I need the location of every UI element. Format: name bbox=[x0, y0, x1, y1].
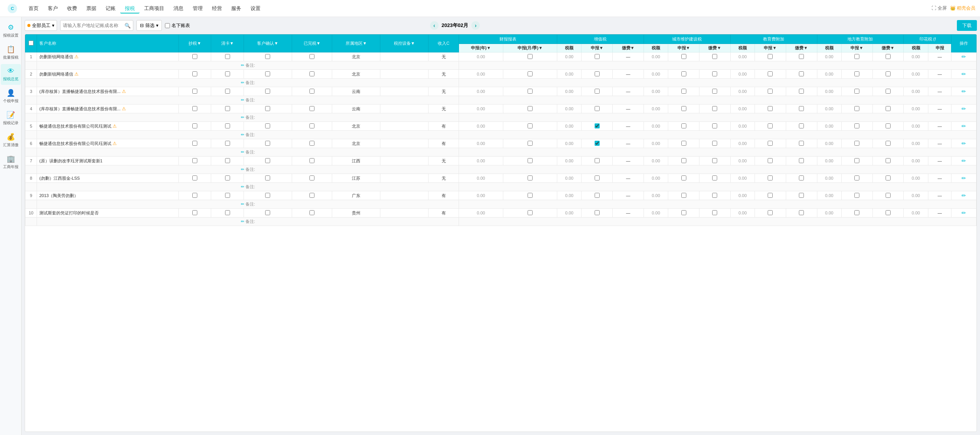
qingka-cb[interactable] bbox=[225, 123, 230, 128]
jy-jiaofei-cb[interactable] bbox=[799, 123, 804, 128]
jy-shenbao-cb[interactable] bbox=[768, 71, 773, 76]
edit-icon[interactable]: ✏ bbox=[962, 106, 966, 112]
df-shenbao-cb[interactable] bbox=[854, 193, 859, 198]
caibao-year-cb[interactable] bbox=[528, 54, 533, 59]
yiwanshui-cb[interactable] bbox=[309, 193, 314, 198]
df-shenbao-cb[interactable] bbox=[854, 54, 859, 59]
zzs-shenbao-cb[interactable] bbox=[595, 123, 600, 128]
sidebar-item-huisuan-qingjiao[interactable]: 💰 汇算清缴 bbox=[1, 130, 21, 151]
yiwanshui-cb[interactable] bbox=[309, 123, 314, 128]
df-jiaofei-cb[interactable] bbox=[886, 54, 891, 59]
zzs-shenbao-cb[interactable] bbox=[595, 54, 600, 59]
jy-jiaofei-cb[interactable] bbox=[799, 210, 804, 215]
df-shenbao-cb[interactable] bbox=[854, 210, 859, 215]
select-all-checkbox[interactable] bbox=[29, 40, 34, 46]
yiwanshui-cb[interactable] bbox=[309, 210, 314, 215]
zzs-shenbao-cb[interactable] bbox=[595, 71, 600, 76]
topnav-item-服务[interactable]: 服务 bbox=[227, 4, 246, 13]
df-jiaofei-cb[interactable] bbox=[886, 210, 891, 215]
chaoshui-cb[interactable] bbox=[192, 175, 197, 180]
caibao-year-cb[interactable] bbox=[528, 158, 533, 163]
cs-jiaofei-cb[interactable] bbox=[712, 89, 717, 94]
df-jiaofei-cb[interactable] bbox=[886, 71, 891, 76]
topnav-item-消息[interactable]: 消息 bbox=[169, 4, 188, 13]
jy-jiaofei-cb[interactable] bbox=[799, 175, 804, 180]
df-jiaofei-cb[interactable] bbox=[886, 106, 891, 111]
qingka-cb[interactable] bbox=[225, 193, 230, 198]
caibao-year-cb[interactable] bbox=[528, 210, 533, 215]
jy-shenbao-cb[interactable] bbox=[768, 141, 773, 146]
jy-shenbao-cb[interactable] bbox=[768, 193, 773, 198]
yiwanshui-cb[interactable] bbox=[309, 54, 314, 59]
cs-shenbao-cb[interactable] bbox=[681, 71, 686, 76]
yiwanshui-cb[interactable] bbox=[309, 106, 314, 111]
caibao-year-cb[interactable] bbox=[528, 123, 533, 128]
jy-jiaofei-cb[interactable] bbox=[799, 106, 804, 111]
df-shenbao-cb[interactable] bbox=[854, 106, 859, 111]
employee-filter[interactable]: 全部员工 ▾ bbox=[25, 20, 57, 31]
yiwanshui-cb[interactable] bbox=[309, 71, 314, 76]
df-jiaofei-cb[interactable] bbox=[886, 89, 891, 94]
edit-icon[interactable]: ✏ bbox=[962, 140, 966, 147]
topnav-item-管理[interactable]: 管理 bbox=[188, 4, 207, 13]
chaoshui-cb[interactable] bbox=[192, 141, 197, 146]
df-shenbao-cb[interactable] bbox=[854, 89, 859, 94]
sidebar-item-piliang-baoshui[interactable]: 📋 批量报税 bbox=[1, 42, 21, 63]
filter-button[interactable]: ⊟ 筛选 ▾ bbox=[136, 20, 162, 31]
download-button[interactable]: 下载 bbox=[957, 20, 977, 31]
chaoshui-cb[interactable] bbox=[192, 89, 197, 94]
chaoshui-cb[interactable] bbox=[192, 106, 197, 111]
chaoshui-cb[interactable] bbox=[192, 71, 197, 76]
cs-shenbao-cb[interactable] bbox=[681, 210, 686, 215]
jy-jiaofei-cb[interactable] bbox=[799, 193, 804, 198]
caibao-year-cb[interactable] bbox=[528, 141, 533, 146]
qingka-cb[interactable] bbox=[225, 71, 230, 76]
jy-jiaofei-cb[interactable] bbox=[799, 89, 804, 94]
cs-shenbao-cb[interactable] bbox=[681, 54, 686, 59]
topnav-item-客户[interactable]: 客户 bbox=[43, 4, 62, 13]
queren-cb[interactable] bbox=[265, 71, 270, 76]
sidebar-item-baoshui-zonglan[interactable]: 👁 报税总览 bbox=[1, 64, 21, 85]
fullscreen-btn[interactable]: ⛶ 全屏 bbox=[931, 5, 946, 12]
queren-cb[interactable] bbox=[265, 175, 270, 180]
edit-icon[interactable]: ✏ bbox=[962, 123, 966, 129]
search-input[interactable] bbox=[63, 23, 124, 28]
topnav-item-报税[interactable]: 报税 bbox=[120, 4, 140, 13]
df-shenbao-cb[interactable] bbox=[854, 158, 859, 163]
next-month-button[interactable]: › bbox=[471, 21, 480, 30]
mingxia-checkbox-input[interactable] bbox=[165, 23, 170, 28]
jy-jiaofei-cb[interactable] bbox=[799, 54, 804, 59]
zzs-shenbao-cb[interactable] bbox=[595, 193, 600, 198]
qingka-cb[interactable] bbox=[225, 54, 230, 59]
queren-cb[interactable] bbox=[265, 123, 270, 128]
df-shenbao-cb[interactable] bbox=[854, 71, 859, 76]
qingka-cb[interactable] bbox=[225, 158, 230, 163]
df-jiaofei-cb[interactable] bbox=[886, 175, 891, 180]
topnav-item-首页[interactable]: 首页 bbox=[24, 4, 43, 13]
zzs-shenbao-cb[interactable] bbox=[595, 158, 600, 163]
cs-jiaofei-cb[interactable] bbox=[712, 123, 717, 128]
jy-shenbao-cb[interactable] bbox=[768, 210, 773, 215]
topnav-item-票据[interactable]: 票据 bbox=[82, 4, 101, 13]
topnav-item-收费[interactable]: 收费 bbox=[62, 4, 82, 13]
df-jiaofei-cb[interactable] bbox=[886, 123, 891, 128]
qingka-cb[interactable] bbox=[225, 175, 230, 180]
queren-cb[interactable] bbox=[265, 158, 270, 163]
zzs-shenbao-cb[interactable] bbox=[595, 210, 600, 215]
chaoshui-cb[interactable] bbox=[192, 54, 197, 59]
search-box[interactable]: 🔍 bbox=[60, 20, 133, 31]
queren-cb[interactable] bbox=[265, 141, 270, 146]
jy-shenbao-cb[interactable] bbox=[768, 89, 773, 94]
qingka-cb[interactable] bbox=[225, 141, 230, 146]
topnav-item-工商项目[interactable]: 工商项目 bbox=[140, 4, 169, 13]
zzs-shenbao-cb[interactable] bbox=[595, 106, 600, 111]
queren-cb[interactable] bbox=[265, 210, 270, 215]
jy-jiaofei-cb[interactable] bbox=[799, 141, 804, 146]
yiwanshui-cb[interactable] bbox=[309, 141, 314, 146]
df-jiaofei-cb[interactable] bbox=[886, 193, 891, 198]
df-shenbao-cb[interactable] bbox=[854, 141, 859, 146]
cs-shenbao-cb[interactable] bbox=[681, 141, 686, 146]
yiwanshui-cb[interactable] bbox=[309, 158, 314, 163]
edit-icon[interactable]: ✏ bbox=[962, 54, 966, 60]
prev-month-button[interactable]: ‹ bbox=[430, 21, 439, 30]
